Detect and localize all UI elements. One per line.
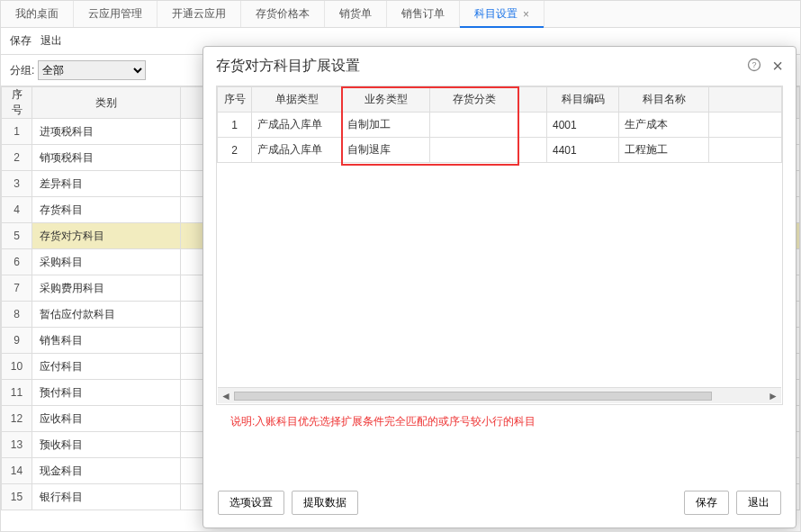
cell-name[interactable]: 工程施工 xyxy=(619,138,709,163)
row-seq: 7 xyxy=(2,275,32,302)
modal-grid: 序号 单据类型 业务类型 存货分类 科目编码 科目名称 1产成品入库单自制加工4… xyxy=(217,86,782,163)
horizontal-scrollbar[interactable]: ◄ ► xyxy=(218,387,781,403)
row-seq: 4 xyxy=(2,197,32,223)
cell-pad xyxy=(709,138,782,163)
help-icon[interactable]: ? xyxy=(747,58,761,76)
row-category: 采购费用科目 xyxy=(32,275,181,302)
row-category: 差异科目 xyxy=(32,171,181,197)
toolbar-save[interactable]: 保存 xyxy=(10,33,32,49)
row-seq: 5 xyxy=(2,223,32,249)
filter-select[interactable]: 全部 xyxy=(38,60,146,80)
modal-close-icon[interactable]: × xyxy=(772,56,783,77)
col-seq: 序号 xyxy=(2,87,32,119)
col-category: 类别 xyxy=(32,87,181,119)
tab-bar: 我的桌面 云应用管理 开通云应用 存货价格本 销货单 销售订单 科目设置 × xyxy=(1,1,800,28)
cell-biz[interactable]: 自制退库 xyxy=(342,138,430,163)
cell-biz[interactable]: 自制加工 xyxy=(342,113,430,138)
tab-cloud-manage[interactable]: 云应用管理 xyxy=(74,1,158,27)
scroll-left-icon[interactable]: ◄ xyxy=(218,388,234,404)
mcol-biz: 业务类型 xyxy=(342,87,430,113)
cell-code[interactable]: 4001 xyxy=(547,113,619,138)
row-category: 应收科目 xyxy=(32,406,181,432)
scroll-track[interactable] xyxy=(234,392,765,401)
tab-sales-slip[interactable]: 销货单 xyxy=(325,1,387,27)
row-seq: 11 xyxy=(2,380,32,406)
cell-seq: 1 xyxy=(218,113,252,138)
scroll-thumb[interactable] xyxy=(234,392,712,401)
cell-gap xyxy=(518,113,547,138)
row-category: 预付科目 xyxy=(32,380,181,406)
cell-cls[interactable] xyxy=(430,138,518,163)
tab-subject-settings[interactable]: 科目设置 × xyxy=(460,1,544,27)
row-category: 应付科目 xyxy=(32,354,181,380)
tab-desktop[interactable]: 我的桌面 xyxy=(1,1,74,27)
mcol-code: 科目编码 xyxy=(547,87,619,113)
tab-sales-order[interactable]: 销售订单 xyxy=(387,1,460,27)
cell-pad xyxy=(709,113,782,138)
row-seq: 8 xyxy=(2,302,32,328)
cell-doc[interactable]: 产成品入库单 xyxy=(252,138,342,163)
modal-title: 存货对方科目扩展设置 xyxy=(216,57,747,76)
cell-gap xyxy=(518,138,547,163)
mcol-seq: 序号 xyxy=(218,87,252,113)
option-settings-button[interactable]: 选项设置 xyxy=(218,491,284,515)
cell-code[interactable]: 4401 xyxy=(547,138,619,163)
tab-cloud-open[interactable]: 开通云应用 xyxy=(158,1,241,27)
row-seq: 14 xyxy=(2,458,32,484)
row-category: 进项税科目 xyxy=(32,119,181,145)
mcol-doc: 单据类型 xyxy=(252,87,342,113)
row-category: 销售科目 xyxy=(32,328,181,354)
row-category: 现金科目 xyxy=(32,458,181,484)
row-seq: 1 xyxy=(2,119,32,145)
modal-footer: 选项设置 提取数据 保存 退出 xyxy=(203,483,796,527)
modal-grid-wrap: 序号 单据类型 业务类型 存货分类 科目编码 科目名称 1产成品入库单自制加工4… xyxy=(216,86,783,405)
row-category: 销项税科目 xyxy=(32,145,181,171)
cell-cls[interactable] xyxy=(430,113,518,138)
table-row[interactable]: 1产成品入库单自制加工4001生产成本 xyxy=(218,113,782,138)
filter-label: 分组: xyxy=(10,63,34,78)
row-seq: 13 xyxy=(2,432,32,458)
mcol-gap xyxy=(518,87,547,113)
mcol-cls: 存货分类 xyxy=(430,87,518,113)
modal-header: 存货对方科目扩展设置 ? × xyxy=(203,47,796,86)
modal-exit-button[interactable]: 退出 xyxy=(736,491,781,515)
close-icon[interactable]: × xyxy=(523,8,529,21)
row-seq: 2 xyxy=(2,145,32,171)
row-category: 存货科目 xyxy=(32,197,181,223)
row-seq: 9 xyxy=(2,328,32,354)
toolbar-exit[interactable]: 退出 xyxy=(40,33,62,49)
row-category: 采购科目 xyxy=(32,249,181,275)
cell-doc[interactable]: 产成品入库单 xyxy=(252,113,342,138)
row-seq: 12 xyxy=(2,406,32,432)
tab-pricebook[interactable]: 存货价格本 xyxy=(241,1,325,27)
cell-name[interactable]: 生产成本 xyxy=(619,113,709,138)
fetch-data-button[interactable]: 提取数据 xyxy=(292,491,358,515)
modal-save-button[interactable]: 保存 xyxy=(684,491,729,515)
row-category: 存货对方科目 xyxy=(32,223,181,249)
modal-note: 说明:入账科目优先选择扩展条件完全匹配的或序号较小行的科目 xyxy=(216,405,783,435)
row-seq: 15 xyxy=(2,484,32,510)
row-seq: 3 xyxy=(2,171,32,197)
row-seq: 10 xyxy=(2,354,32,380)
app-root: 我的桌面 云应用管理 开通云应用 存货价格本 销货单 销售订单 科目设置 × 保… xyxy=(0,0,801,532)
modal-body: 序号 单据类型 业务类型 存货分类 科目编码 科目名称 1产成品入库单自制加工4… xyxy=(203,86,796,483)
svg-text:?: ? xyxy=(752,60,757,69)
row-seq: 6 xyxy=(2,249,32,275)
row-category: 银行科目 xyxy=(32,484,181,510)
mcol-pad xyxy=(709,87,782,113)
modal-extend-subject: 存货对方科目扩展设置 ? × 序号 单据类型 xyxy=(202,46,796,528)
cell-seq: 2 xyxy=(218,138,252,163)
table-row[interactable]: 2产成品入库单自制退库4401工程施工 xyxy=(218,138,782,163)
row-category: 预收科目 xyxy=(32,432,181,458)
mcol-name: 科目名称 xyxy=(619,87,709,113)
scroll-right-icon[interactable]: ► xyxy=(765,388,781,404)
row-category: 暂估应付款科目 xyxy=(32,302,181,328)
